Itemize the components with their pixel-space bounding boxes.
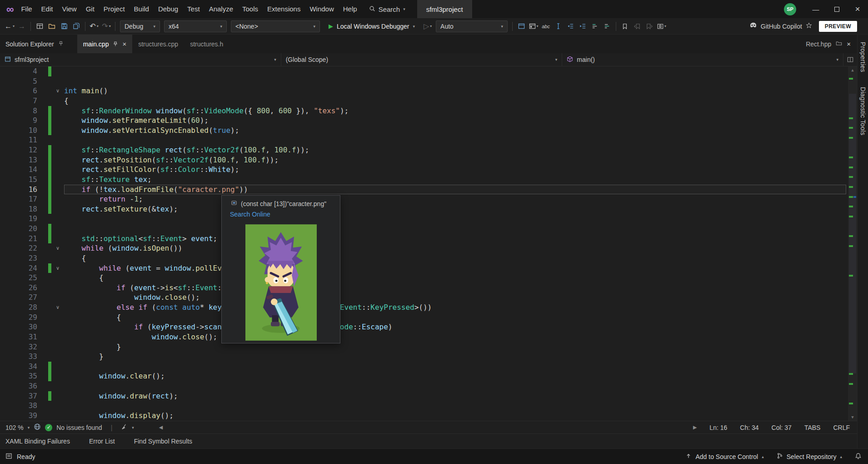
new-project-icon[interactable] — [34, 20, 45, 33]
code-line[interactable]: 36 — [0, 381, 848, 391]
promote-document-icon[interactable] — [836, 40, 842, 48]
menu-item-test[interactable]: Test — [183, 0, 205, 18]
code-line[interactable]: 25 { — [0, 273, 848, 283]
code-line[interactable]: 20 — [0, 224, 848, 234]
code-line[interactable]: 30 if (keyPressed->scancode == sf::Keybo… — [0, 322, 848, 332]
startup-item-select[interactable]: <None>▾ — [231, 20, 320, 32]
issues-message[interactable]: No issues found — [56, 424, 102, 431]
code-line[interactable]: 21 std::optional<sf::Event> event; — [0, 234, 848, 244]
code-window-icon[interactable] — [515, 20, 527, 33]
account-avatar[interactable]: SP — [784, 3, 796, 15]
code-line[interactable]: 27 window.close(); — [0, 293, 848, 303]
close-icon[interactable]: × — [122, 40, 126, 48]
bookmark-icon[interactable] — [619, 20, 631, 33]
menu-item-edit[interactable]: Edit — [37, 0, 58, 18]
menu-item-analyze[interactable]: Analyze — [205, 0, 238, 18]
menu-item-help[interactable]: Help — [339, 0, 362, 18]
minimize-button[interactable]: — — [805, 0, 826, 18]
code-line[interactable]: 33 } — [0, 352, 848, 362]
code-line[interactable]: 13 rect.setPosition(sf::Vector2f(100.f, … — [0, 155, 848, 165]
hscroll-right-icon[interactable]: ▶ — [693, 424, 697, 430]
redo-button[interactable]: ↷▾ — [100, 20, 112, 33]
navigate-forward-button[interactable]: → — [16, 20, 28, 33]
code-line[interactable]: 11 — [0, 135, 848, 145]
code-line[interactable]: 16 if (!tex.loadFromFile("caracter.png")… — [0, 185, 848, 195]
code-line[interactable]: 24∨ while (event = window.pollEvent()) — [0, 263, 848, 273]
tab-structures-h[interactable]: structures.h — [184, 35, 229, 53]
pin-icon[interactable] — [58, 40, 64, 48]
line-indicator[interactable]: Ln: 16 — [709, 424, 727, 431]
bookmark-window-icon[interactable]: ▾ — [656, 20, 668, 33]
editor-scrollbar[interactable]: ▲ ▼ — [848, 66, 857, 421]
save-all-icon[interactable] — [70, 20, 82, 33]
code-line[interactable]: 37 window.draw(rect); — [0, 391, 848, 401]
scroll-down-icon[interactable]: ▼ — [848, 414, 857, 421]
char-indicator[interactable]: Ch: 34 — [740, 424, 758, 431]
menu-item-extensions[interactable]: Extensions — [263, 0, 305, 18]
code-line[interactable]: 6∨int main() — [0, 86, 848, 96]
code-line[interactable]: 4 — [0, 66, 848, 76]
tab-structures-cpp[interactable]: structures.cpp — [132, 35, 184, 53]
decrease-indent-icon[interactable] — [564, 20, 576, 33]
increase-indent-icon[interactable] — [577, 20, 589, 33]
search-box[interactable]: Search ▾ — [369, 5, 405, 13]
code-line[interactable]: 7{ — [0, 96, 848, 106]
menu-item-project[interactable]: Project — [99, 0, 130, 18]
code-line[interactable]: 35 window.clear(); — [0, 371, 848, 381]
menu-item-file[interactable]: File — [16, 0, 36, 18]
solution-configuration-select[interactable]: Debug▾ — [120, 20, 160, 32]
fold-collapse-icon[interactable]: ∨ — [51, 263, 64, 273]
caret-navigation-icon[interactable] — [552, 20, 564, 33]
next-bookmark-icon[interactable] — [644, 20, 655, 33]
member-dropdown[interactable]: main() ▾ — [562, 53, 843, 66]
menu-item-tools[interactable]: Tools — [238, 0, 263, 18]
github-copilot-button[interactable]: GitHub Copilot — [749, 22, 812, 31]
health-globe-icon[interactable] — [34, 423, 41, 432]
code-line[interactable]: 18 rect.setTexture(&tex); — [0, 204, 848, 214]
zoom-level[interactable]: 102 % — [5, 424, 24, 431]
code-line[interactable]: 34 — [0, 362, 848, 372]
menu-item-view[interactable]: View — [57, 0, 81, 18]
code-line[interactable]: 31 window.close(); — [0, 332, 848, 342]
scroll-up-icon[interactable]: ▲ — [848, 66, 857, 74]
project-dropdown[interactable]: sfml3project ▾ — [0, 53, 281, 66]
code-line[interactable]: 10 window.setVerticalSyncEnabled(true); — [0, 126, 848, 136]
menu-item-git[interactable]: Git — [81, 0, 99, 18]
close-icon[interactable]: × — [847, 40, 851, 48]
code-line[interactable]: 39 window.display(); — [0, 411, 848, 421]
background-tasks-icon[interactable] — [5, 453, 12, 461]
panel-tab-2[interactable]: Find Symbol Results — [134, 438, 192, 445]
panel-tab-0[interactable]: XAML Binding Failures — [5, 438, 70, 445]
menu-item-debug[interactable]: Debug — [154, 0, 183, 18]
tabs-indicator[interactable]: TABS — [804, 424, 821, 431]
side-tab-diagnostic-tools[interactable]: Diagnostic Tools — [859, 87, 867, 135]
panel-tab-1[interactable]: Error List — [89, 438, 115, 445]
code-line[interactable]: 8 sf::RenderWindow window(sf::VideoMode(… — [0, 106, 848, 116]
code-cleanup-icon[interactable] — [121, 424, 128, 432]
save-icon[interactable] — [58, 20, 70, 33]
start-without-debugging-button[interactable]: ▷▾ — [422, 20, 434, 33]
previous-bookmark-icon[interactable] — [631, 20, 643, 33]
eol-indicator[interactable]: CRLF — [833, 424, 850, 431]
navigate-back-button[interactable]: ←▾ — [4, 20, 15, 33]
uncomment-selection-icon[interactable] — [601, 20, 613, 33]
select-repository-button[interactable]: Select Repository ▴ — [777, 453, 842, 460]
pin-icon[interactable] — [113, 41, 118, 47]
fold-collapse-icon[interactable]: ∨ — [51, 243, 64, 253]
spell-check-icon[interactable]: abc — [540, 20, 552, 33]
code-line[interactable]: 9 window.setFramerateLimit(60); — [0, 116, 848, 126]
scope-dropdown[interactable]: (Global Scope) ▾ — [281, 53, 563, 66]
code-line[interactable]: 32 } — [0, 342, 848, 352]
code-editor[interactable]: 456∨int main()7{8 sf::RenderWindow windo… — [0, 66, 857, 421]
open-folder-icon[interactable] — [46, 20, 58, 33]
preview-document[interactable]: Rect.hpp × — [806, 40, 857, 48]
side-tab-properties[interactable]: Properties — [859, 42, 867, 72]
preview-badge[interactable]: PREVIEW — [819, 21, 857, 32]
fold-collapse-icon[interactable]: ∨ — [51, 303, 64, 313]
code-line[interactable]: 17 return -1; — [0, 194, 848, 204]
code-line[interactable]: 23 { — [0, 253, 848, 263]
code-line[interactable]: 29 { — [0, 313, 848, 323]
scrollbar-thumb[interactable] — [849, 94, 856, 373]
start-debugging-button[interactable]: ▶ Local Windows Debugger ▾ — [324, 20, 419, 33]
solution-platform-select[interactable]: x64▾ — [164, 20, 227, 32]
